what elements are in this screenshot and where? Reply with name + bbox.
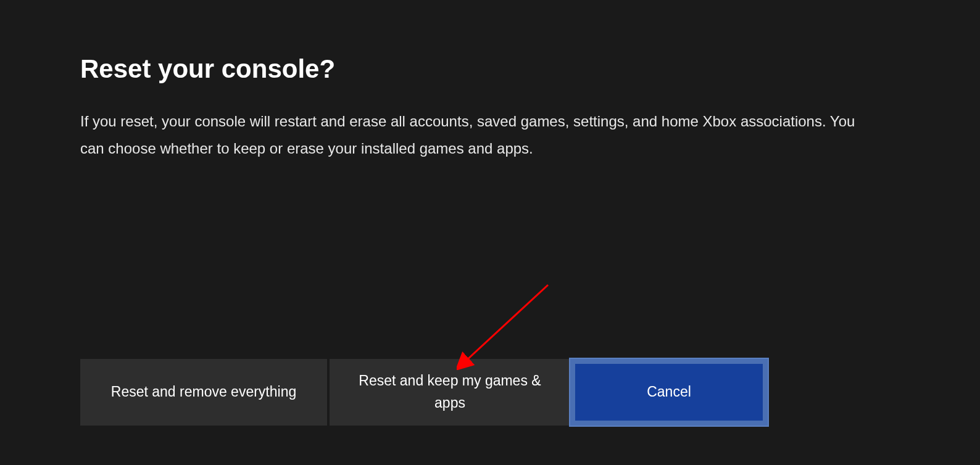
button-row: Reset and remove everything Reset and ke… xyxy=(80,359,768,426)
dialog-description: If you reset, your console will restart … xyxy=(80,108,870,163)
reset-remove-button[interactable]: Reset and remove everything xyxy=(80,359,327,426)
annotation-arrow-icon xyxy=(457,284,549,370)
svg-line-1 xyxy=(466,285,548,361)
cancel-button[interactable]: Cancel xyxy=(570,359,768,426)
reset-keep-button[interactable]: Reset and keep my games & apps xyxy=(330,359,570,426)
dialog-title: Reset your console? xyxy=(80,54,335,84)
